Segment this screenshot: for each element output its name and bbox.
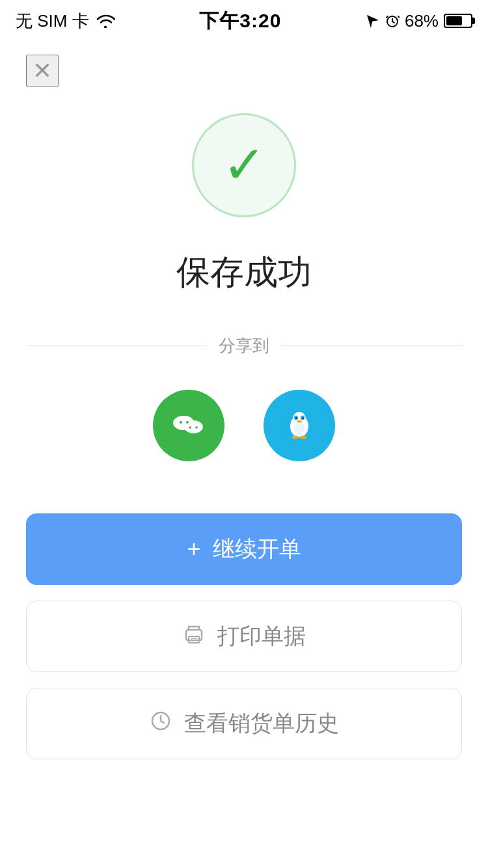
wifi-icon xyxy=(96,14,115,28)
continue-order-button[interactable]: + 继续开单 xyxy=(26,513,462,585)
share-icons-row xyxy=(153,390,335,461)
status-time: 下午3:20 xyxy=(199,8,281,34)
svg-point-22 xyxy=(294,422,305,435)
action-buttons: + 继续开单 打印单据 xyxy=(26,513,462,759)
svg-point-12 xyxy=(195,426,198,429)
clock-svg xyxy=(149,709,172,733)
view-history-button[interactable]: 查看销货单历史 xyxy=(26,688,462,759)
status-left: 无 SIM 卡 xyxy=(16,10,115,33)
share-to-label: 分享到 xyxy=(219,334,269,357)
wechat-icon xyxy=(168,405,210,446)
svg-point-10 xyxy=(185,422,202,433)
location-arrow-icon xyxy=(366,14,380,28)
svg-point-20 xyxy=(292,436,299,439)
share-divider: 分享到 xyxy=(26,334,462,357)
checkmark-icon: ✓ xyxy=(223,139,266,191)
success-icon-circle: ✓ xyxy=(192,113,296,217)
continue-order-label: 继续开单 xyxy=(213,534,301,564)
print-receipt-label: 打印单据 xyxy=(217,621,306,651)
print-receipt-button[interactable]: 打印单据 xyxy=(26,601,462,672)
sim-status: 无 SIM 卡 xyxy=(16,10,89,33)
wechat-share-button[interactable] xyxy=(153,390,224,461)
battery-icon xyxy=(444,14,472,28)
main-content: ✕ ✓ 保存成功 分享到 xyxy=(0,42,488,785)
svg-point-11 xyxy=(189,426,191,429)
svg-point-21 xyxy=(300,436,306,439)
printer-icon xyxy=(182,622,206,651)
svg-point-8 xyxy=(180,421,182,424)
printer-svg xyxy=(182,622,206,645)
qq-share-button[interactable] xyxy=(264,390,335,461)
close-icon: ✕ xyxy=(33,59,52,83)
view-history-label: 查看销货单历史 xyxy=(184,709,339,739)
status-right: 68% xyxy=(366,11,472,31)
qq-icon xyxy=(278,405,320,446)
svg-point-17 xyxy=(295,417,297,419)
plus-icon: + xyxy=(187,536,200,563)
close-button[interactable]: ✕ xyxy=(26,55,59,87)
clock-icon xyxy=(149,709,172,739)
success-title: 保存成功 xyxy=(176,250,312,295)
alarm-clock-icon xyxy=(385,14,400,28)
divider-left xyxy=(26,346,206,346)
svg-point-18 xyxy=(302,417,304,419)
battery-percentage: 68% xyxy=(405,11,439,31)
status-bar: 无 SIM 卡 下午3:20 68% xyxy=(0,0,488,42)
divider-right xyxy=(282,346,462,346)
